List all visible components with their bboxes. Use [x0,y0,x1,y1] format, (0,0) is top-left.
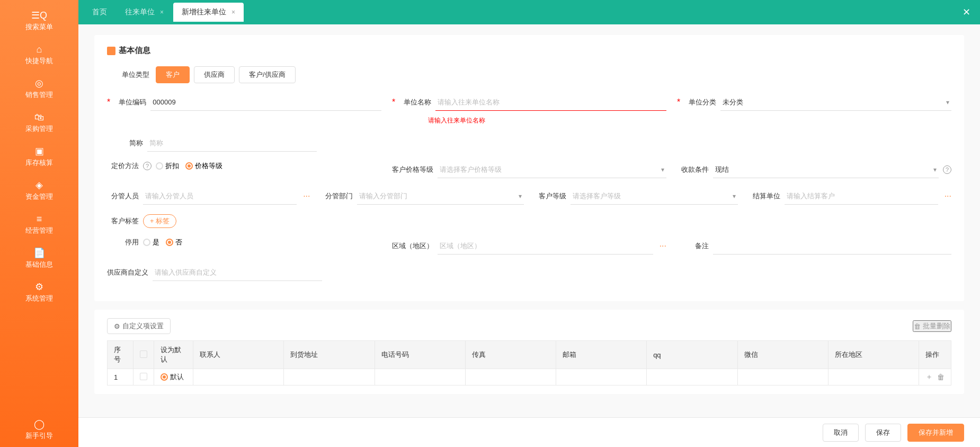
sidebar-item-sales[interactable]: ◎ 销售管理 [0,72,78,106]
settlement-unit-input[interactable] [785,188,938,205]
pricing-discount-radio[interactable]: 折扣 [156,161,179,171]
sidebar-item-inventory[interactable]: ▣ 库存核算 [0,140,78,174]
address-input[interactable] [290,373,368,381]
region-more-btn[interactable]: ··· [660,241,666,251]
add-row-icon[interactable]: ＋ [925,372,933,382]
delete-row-icon[interactable]: 🗑 [937,373,945,381]
td-contact[interactable] [193,369,284,385]
abbr-input[interactable] [147,135,317,152]
supplier-custom-input[interactable] [153,264,322,281]
pricing-help-icon[interactable]: ? [143,162,152,170]
td-fax[interactable] [465,369,556,385]
pricing-discount-label: 折扣 [165,161,179,171]
manager-label: 分管人员 [107,191,139,201]
manager-more-btn[interactable]: ··· [303,191,310,201]
pricing-method-label: 定价方法 [107,161,139,171]
sidebar-item-purchase[interactable]: 🛍 采购管理 [0,106,78,140]
pricing-discount-circle [156,162,163,170]
td-qq[interactable] [647,369,737,385]
sidebar-item-finance[interactable]: ◈ 资金管理 [0,174,78,208]
contact-input[interactable] [200,373,277,381]
th-actions: 操作 [919,341,951,369]
tab-bar: 首页 往来单位 × 新增往来单位 × ✕ [78,0,980,24]
wechat-input[interactable] [744,373,822,381]
settlement-more-btn[interactable]: ··· [945,191,951,201]
unit-code-input[interactable] [150,94,381,111]
disabled-yes-circle [143,239,150,246]
phone-input[interactable] [381,373,459,381]
td-region[interactable] [828,369,919,385]
sidebar-item-search[interactable]: ☰Q 搜索菜单 [0,4,78,38]
default-radio[interactable]: 默认 [161,372,186,382]
unit-type-supplier[interactable]: 供应商 [194,66,235,83]
main-area: 首页 往来单位 × 新增往来单位 × ✕ 基本信息 单位类型 客户 供应商 [78,0,980,447]
tab-contacts[interactable]: 往来单位 × [117,3,172,22]
department-select[interactable]: 请输入分管部门 ▾ [357,188,524,205]
batch-delete-label: 批量删除 [923,321,950,331]
td-email[interactable] [556,369,646,385]
sidebar-item-operation[interactable]: ≡ 经营管理 [0,208,78,242]
remark-field: 备注 [677,238,951,255]
payment-terms-select[interactable]: 现结 ▾ [713,161,939,178]
unit-category-select[interactable]: 未分类 ▾ [720,94,951,111]
table-header-row: 序号 设为默认 联系人 到货地址 电话号码 传真 邮箱 qq 微信 所在地区 操… [108,341,951,369]
disabled-no-radio[interactable]: 否 [166,238,182,247]
region-input[interactable] [438,238,653,255]
sidebar-item-system[interactable]: ⚙ 系统管理 [0,276,78,310]
disabled-yes-radio[interactable]: 是 [143,238,159,247]
save-button[interactable]: 保存 [865,424,901,442]
qq-input[interactable] [653,373,730,381]
tab-contacts-close[interactable]: × [160,8,164,16]
sidebar-item-quicknav[interactable]: ⌂ 快捷导航 [0,38,78,72]
save-new-button[interactable]: 保存并新增 [907,424,964,442]
window-close-button[interactable]: ✕ [958,6,975,18]
custom-settings-button[interactable]: ⚙ 自定义项设置 [107,318,171,334]
td-address[interactable] [284,369,375,385]
payment-help-icon[interactable]: ? [943,165,951,174]
unit-name-error: 请输入往来单位名称 [428,116,485,125]
sidebar-item-guide[interactable]: ◯ 新手引导 [0,413,78,447]
remark-label: 备注 [677,241,709,251]
select-all-checkbox[interactable] [140,350,147,358]
section-icon [107,47,115,55]
remark-input[interactable] [713,238,951,255]
th-email: 邮箱 [556,341,646,369]
customer-level-select[interactable]: 请选择客户等级 ▾ [571,188,738,205]
td-default: 默认 [154,369,193,385]
row-region-input[interactable] [835,373,912,381]
disabled-field: 停用 是 否 [107,238,381,247]
th-phone: 电话号码 [375,341,465,369]
tab-new-contact-close[interactable]: × [231,8,235,16]
customer-price-arrow: ▾ [661,166,664,173]
tab-new-contact[interactable]: 新增往来单位 × [173,3,244,22]
system-icon: ⚙ [35,282,43,292]
manager-input[interactable] [143,188,297,205]
th-checkbox [133,341,154,369]
row-checkbox[interactable] [140,373,147,380]
email-input[interactable] [563,373,640,381]
payment-terms-label: 收款条件 [677,165,709,174]
customer-price-placeholder: 请选择客户价格等级 [440,165,659,174]
sidebar-item-basicinfo[interactable]: 📄 基础信息 [0,242,78,276]
td-wechat[interactable] [737,369,828,385]
default-radio-dot [163,375,166,379]
unit-name-field: * 单位名称 请输入往来单位名称 [392,94,666,125]
department-placeholder: 请输入分管部门 [359,191,517,201]
sidebar-item-label: 新手引导 [25,431,53,441]
td-phone[interactable] [375,369,465,385]
row-action-btns: ＋ 🗑 [925,372,945,382]
add-tag-button[interactable]: + 标签 [143,214,176,228]
unit-type-both[interactable]: 客户/供应商 [239,66,296,83]
section-title-text: 基本信息 [119,46,150,56]
unit-name-input[interactable] [435,94,666,111]
cancel-button[interactable]: 取消 [823,424,859,442]
batch-delete-button[interactable]: 🗑 批量删除 [913,320,951,332]
unit-name-label: 单位名称 [399,98,431,107]
pricing-level-radio[interactable]: 价格等级 [185,161,222,171]
fax-input[interactable] [472,373,549,381]
unit-type-customer[interactable]: 客户 [156,66,190,83]
sidebar-item-label: 经营管理 [25,226,53,235]
tab-home[interactable]: 首页 [84,3,115,22]
th-qq: qq [647,341,737,369]
customer-price-select[interactable]: 请选择客户价格等级 ▾ [438,161,666,178]
